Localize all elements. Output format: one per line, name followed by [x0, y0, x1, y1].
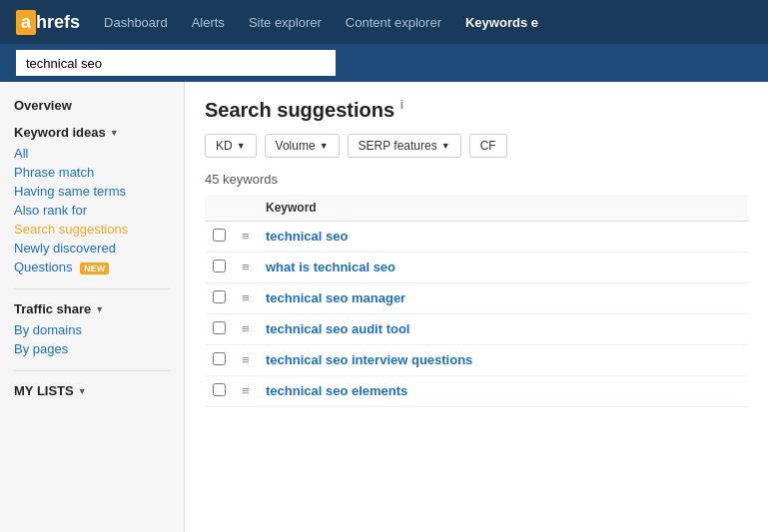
filter-volume[interactable]: Volume ▼ — [265, 134, 340, 158]
table-row: ≡ technical seo audit tool — [205, 313, 748, 344]
table-row: ≡ what is technical seo — [205, 252, 748, 282]
nav-content-explorer[interactable]: Content explorer — [346, 15, 441, 30]
sidebar-item-having-same-terms[interactable]: Having same terms — [14, 182, 170, 201]
row-menu-icon-0[interactable]: ≡ — [242, 229, 250, 244]
row-checkbox-cell-5 — [205, 375, 234, 406]
chevron-down-icon-lists: ▼ — [78, 386, 87, 396]
sidebar-item-questions[interactable]: Questions NEW — [14, 258, 170, 276]
nav-dashboard[interactable]: Dashboard — [104, 15, 168, 30]
sidebar-item-newly-discovered[interactable]: Newly discovered — [14, 239, 170, 258]
sidebar-divider-2 — [14, 370, 170, 371]
row-menu-icon-4[interactable]: ≡ — [242, 352, 250, 367]
row-keyword-cell-5: technical seo elements — [258, 375, 748, 406]
chevron-down-icon-traffic: ▼ — [95, 304, 104, 314]
row-keyword-cell-0: technical seo — [258, 221, 748, 252]
logo[interactable]: a hrefs — [16, 10, 80, 35]
table-row: ≡ technical seo interview questions — [205, 344, 748, 375]
keyword-link-3[interactable]: technical seo audit tool — [266, 321, 409, 336]
sidebar-item-search-suggestions[interactable]: Search suggestions — [14, 220, 170, 239]
search-bar — [0, 44, 768, 82]
row-icon-cell-3: ≡ — [234, 313, 258, 344]
sidebar-divider — [14, 288, 170, 289]
sidebar-traffic-share[interactable]: Traffic share ▼ — [14, 301, 170, 316]
filter-kd[interactable]: KD ▼ — [205, 134, 257, 158]
row-icon-cell-1: ≡ — [234, 252, 258, 282]
sidebar-item-by-domains[interactable]: By domains — [14, 320, 170, 339]
row-icon-cell-2: ≡ — [234, 282, 258, 313]
row-checkbox-1[interactable] — [213, 260, 226, 272]
keyword-link-4[interactable]: technical seo interview questions — [266, 352, 472, 367]
top-nav: a hrefs Dashboard Alerts Site explorer C… — [0, 0, 768, 44]
table-row: ≡ technical seo — [205, 221, 748, 252]
row-icon-cell-0: ≡ — [234, 221, 258, 252]
row-checkbox-cell-2 — [205, 282, 234, 313]
sidebar-overview[interactable]: Overview — [14, 98, 170, 113]
col-keyword-header: Keyword — [258, 195, 748, 222]
search-input[interactable] — [16, 50, 336, 76]
keyword-link-1[interactable]: what is technical seo — [266, 260, 395, 274]
row-checkbox-3[interactable] — [213, 321, 226, 334]
logo-a-letter: a — [16, 10, 36, 35]
row-checkbox-2[interactable] — [213, 290, 226, 303]
row-menu-icon-3[interactable]: ≡ — [242, 321, 250, 336]
row-menu-icon-2[interactable]: ≡ — [242, 290, 250, 305]
row-checkbox-cell-4 — [205, 344, 234, 375]
page-title: Search suggestions i — [205, 98, 748, 122]
row-keyword-cell-4: technical seo interview questions — [258, 344, 748, 375]
row-checkbox-cell-0 — [205, 221, 234, 252]
keywords-table: Keyword ≡ technical seo ≡ what is tech — [205, 195, 748, 407]
nav-keywords[interactable]: Keywords e — [465, 15, 538, 30]
row-menu-icon-1[interactable]: ≡ — [242, 260, 250, 274]
row-keyword-cell-1: what is technical seo — [258, 252, 748, 282]
sidebar-item-phrase-match[interactable]: Phrase match — [14, 163, 170, 182]
row-checkbox-5[interactable] — [213, 383, 226, 396]
row-keyword-cell-3: technical seo audit tool — [258, 313, 748, 344]
sidebar-item-all[interactable]: All — [14, 144, 170, 163]
row-icon-cell-4: ≡ — [234, 344, 258, 375]
table-row: ≡ technical seo elements — [205, 375, 748, 406]
row-checkbox-0[interactable] — [213, 229, 226, 242]
chevron-down-icon-kd: ▼ — [237, 141, 246, 151]
chevron-down-icon-serp: ▼ — [441, 141, 450, 151]
keyword-link-2[interactable]: technical seo manager — [266, 290, 405, 305]
main-layout: Overview Keyword ideas ▼ All Phrase matc… — [0, 82, 768, 532]
sidebar-item-by-pages[interactable]: By pages — [14, 339, 170, 358]
filter-cf[interactable]: CF — [469, 134, 507, 158]
filter-serp-features[interactable]: SERP features ▼ — [348, 134, 461, 158]
col-icon — [234, 195, 258, 222]
main-content: Search suggestions i KD ▼ Volume ▼ SERP … — [185, 82, 768, 532]
sidebar: Overview Keyword ideas ▼ All Phrase matc… — [0, 82, 185, 532]
keywords-count: 45 keywords — [205, 172, 748, 187]
table-row: ≡ technical seo manager — [205, 282, 748, 313]
keyword-link-5[interactable]: technical seo elements — [266, 383, 407, 398]
row-icon-cell-5: ≡ — [234, 375, 258, 406]
chevron-down-icon-volume: ▼ — [320, 141, 329, 151]
col-checkbox — [205, 195, 234, 222]
row-checkbox-cell-3 — [205, 313, 234, 344]
nav-alerts[interactable]: Alerts — [192, 15, 225, 30]
row-checkbox-cell-1 — [205, 252, 234, 282]
filter-bar: KD ▼ Volume ▼ SERP features ▼ CF — [205, 134, 748, 158]
table-header-row: Keyword — [205, 195, 748, 222]
chevron-down-icon: ▼ — [110, 128, 119, 138]
sidebar-keyword-ideas[interactable]: Keyword ideas ▼ — [14, 125, 170, 140]
row-keyword-cell-2: technical seo manager — [258, 282, 748, 313]
logo-text: hrefs — [36, 12, 80, 33]
row-menu-icon-5[interactable]: ≡ — [242, 383, 250, 398]
row-checkbox-4[interactable] — [213, 352, 226, 365]
keyword-link-0[interactable]: technical seo — [266, 229, 348, 244]
new-badge: NEW — [80, 263, 109, 274]
nav-site-explorer[interactable]: Site explorer — [249, 15, 322, 30]
sidebar-item-also-rank-for[interactable]: Also rank for — [14, 201, 170, 220]
sidebar-my-lists[interactable]: MY LISTS ▼ — [14, 383, 170, 398]
